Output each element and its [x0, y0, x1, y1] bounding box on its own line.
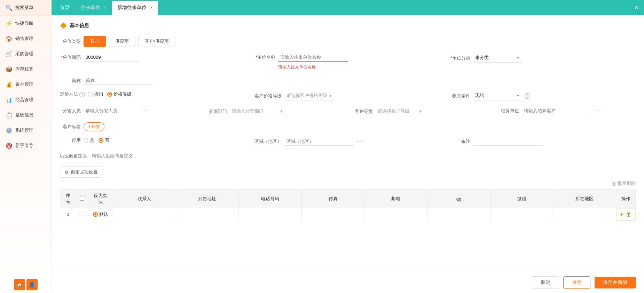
col-qq: qq: [427, 190, 490, 208]
radio-discount-label: 折扣: [94, 91, 103, 97]
customer-level-group: 客户等级 请选择客户等级 ▼: [352, 107, 490, 116]
tab-new-partner[interactable]: 新增往来单位 ×: [112, 1, 158, 16]
radio-yes[interactable]: 是: [84, 137, 94, 144]
section-header: 🔶 基本信息: [60, 22, 636, 29]
settlement-unit-more-icon[interactable]: ···: [594, 108, 601, 114]
department-select[interactable]: 请输入分管部门 ▼: [230, 107, 285, 116]
section-icon: 🔶: [60, 22, 67, 29]
disabled-radio-group: 是 否: [84, 137, 109, 144]
sidebar-item-basics[interactable]: 📋 基础信息: [0, 107, 51, 123]
customer-price-level-placeholder: 请选择客户价格等级: [286, 92, 327, 99]
row-fax-input[interactable]: [305, 212, 361, 217]
row-address-input[interactable]: [180, 212, 235, 217]
unit-btn-both[interactable]: 客户/供应商: [138, 36, 175, 47]
unit-btn-customer[interactable]: 客户: [84, 36, 106, 47]
unit-name-input[interactable]: [278, 53, 348, 62]
row-select-checkbox[interactable]: [80, 212, 84, 216]
pricing-method-label: 定价方法 ?: [60, 91, 85, 97]
pricing-method-group: 定价方法 ? 折扣 价格等级: [60, 91, 246, 97]
tab-bar-close-btn[interactable]: ×: [632, 4, 641, 11]
tab-home[interactable]: 首页: [54, 0, 75, 15]
tab-partners[interactable]: 往来单位 ×: [75, 0, 112, 15]
row-default-radio[interactable]: 默认: [92, 211, 109, 218]
select-all-checkbox[interactable]: [80, 196, 84, 201]
row-qq[interactable]: [427, 208, 490, 221]
radio-price-level[interactable]: 价格等级: [107, 91, 132, 97]
row-address[interactable]: [176, 208, 239, 221]
row-wechat-input[interactable]: [494, 212, 550, 217]
remarks-input[interactable]: [473, 137, 543, 146]
row-delete-icon[interactable]: 🗑: [626, 211, 631, 218]
row-default: 默认: [88, 208, 113, 221]
customer-price-level-select[interactable]: 请选择客户价格等级 ▼: [284, 91, 334, 100]
row-region[interactable]: [553, 208, 616, 221]
add-tag-button[interactable]: + 标签: [84, 122, 104, 131]
payment-terms-chevron-icon: ▼: [516, 94, 520, 98]
unit-code-input[interactable]: [84, 53, 139, 62]
alias-input[interactable]: [84, 76, 153, 85]
main-area: 首页 往来单位 × 新增往来单位 × × 🔶 基本信息 单位类型 客户 供应商 …: [52, 0, 644, 293]
cancel-button[interactable]: 取消: [532, 276, 559, 289]
supplier-custom-row: 供应商自定义: [60, 152, 636, 160]
col-checkbox[interactable]: [76, 190, 88, 208]
settlement-unit-input[interactable]: [522, 107, 591, 115]
batch-delete-label[interactable]: 批量删除: [618, 180, 636, 187]
sidebar-inventory-label: 库存核算: [15, 66, 33, 72]
region-input[interactable]: [284, 137, 354, 146]
customer-price-level-group: 客户价格等级 请选择客户价格等级 ▼: [254, 91, 441, 100]
alias-group: 简称: [60, 76, 636, 85]
radio-price-level-circle: [107, 92, 112, 97]
row-email-input[interactable]: [368, 212, 424, 217]
sidebar-item-quicknav[interactable]: ⚡ 快捷导航: [0, 16, 51, 31]
sidebar-item-finance[interactable]: 💰 资金管理: [0, 77, 51, 92]
row-contact-input[interactable]: [117, 212, 172, 217]
payment-terms-select[interactable]: 现结 ▼: [473, 91, 522, 100]
tab-partners-close[interactable]: ×: [104, 5, 106, 10]
row-qq-input[interactable]: [431, 212, 487, 217]
pricing-radio-group: 折扣 价格等级: [88, 91, 132, 97]
row-contact[interactable]: [113, 208, 176, 221]
quicknav-icon: ⚡: [6, 20, 13, 27]
sidebar-item-inventory[interactable]: 📦 库存核算: [0, 62, 51, 77]
row-fax[interactable]: [301, 208, 364, 221]
tab-bar: 首页 往来单位 × 新增往来单位 × ×: [52, 0, 644, 15]
row-wechat[interactable]: [490, 208, 553, 221]
region-more-icon[interactable]: ···: [357, 138, 363, 145]
row-phone-input[interactable]: [242, 212, 298, 217]
sidebar-item-search[interactable]: 🔍 搜索菜单: [0, 0, 51, 16]
radio-discount[interactable]: 折扣: [88, 91, 103, 97]
manager-more-icon[interactable]: ···: [142, 108, 149, 114]
save-new-button[interactable]: 保存并新增: [595, 277, 636, 288]
department-label: 分管部门: [206, 108, 227, 115]
unit-btn-supplier[interactable]: 供应商: [109, 36, 135, 47]
custom-settings-button[interactable]: ⚙ 自定义项设置: [60, 166, 102, 178]
sidebar-item-system[interactable]: ⚙️ 系统管理: [0, 123, 51, 138]
row-checkbox[interactable]: [76, 208, 88, 221]
col-contact: 联系人: [113, 190, 176, 208]
sidebar-item-operations[interactable]: 📊 经营管理: [0, 92, 51, 107]
row-add-icon[interactable]: +: [620, 211, 623, 218]
sidebar-home-btn[interactable]: 🏠: [14, 279, 25, 290]
col-default: 设为默认: [88, 190, 113, 208]
sidebar-user-btn[interactable]: 👤: [26, 279, 38, 290]
radio-no[interactable]: 否: [99, 137, 109, 144]
save-button[interactable]: 保存: [563, 276, 590, 289]
payment-terms-help-icon[interactable]: ?: [525, 93, 530, 99]
department-chevron-icon: ▼: [280, 109, 283, 113]
unit-category-select[interactable]: 未分类 ▼: [473, 53, 522, 63]
sidebar-item-sales[interactable]: 🏠 销售管理: [0, 31, 51, 46]
row-region-input[interactable]: [557, 212, 612, 217]
manager-input[interactable]: [84, 107, 139, 115]
remarks-group: 备注: [449, 137, 636, 146]
batch-delete-area: 🗑 批量删除: [60, 180, 636, 187]
row-email[interactable]: [364, 208, 427, 221]
sidebar-item-purchase[interactable]: 🛒 采购管理: [0, 46, 51, 62]
customer-level-select[interactable]: 请选择客户等级 ▼: [376, 107, 424, 116]
pricing-help-icon[interactable]: ?: [79, 92, 85, 97]
sidebar-item-newbie[interactable]: 🎯 新手引导: [0, 138, 51, 153]
supplier-custom-input[interactable]: [90, 152, 180, 160]
row-phone[interactable]: [239, 208, 302, 221]
tab-new-partner-close[interactable]: ×: [150, 5, 152, 10]
pricing-row: 定价方法 ? 折扣 价格等级 客户价格等级 请选择客户价: [60, 91, 636, 100]
radio-yes-circle: [84, 138, 88, 143]
